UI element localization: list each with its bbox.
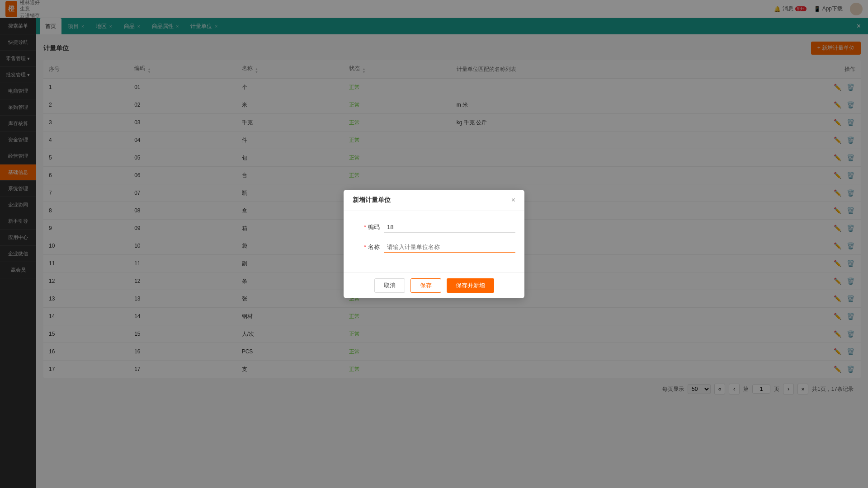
modal-title: 新增计量单位: [353, 196, 391, 204]
save-and-new-button[interactable]: 保存并新增: [447, 278, 494, 293]
modal-overlay: 新增计量单位 × *编码 *名称 取消 保存 保存并新增: [0, 0, 868, 488]
modal-header: 新增计量单位 ×: [344, 190, 524, 211]
name-input[interactable]: [384, 242, 515, 253]
save-button[interactable]: 保存: [410, 278, 441, 293]
modal-footer: 取消 保存 保存并新增: [344, 272, 524, 298]
modal-body: *编码 *名称: [344, 211, 524, 272]
code-input[interactable]: [384, 222, 515, 233]
form-row-code: *编码: [353, 222, 515, 233]
form-row-name: *名称: [353, 242, 515, 253]
code-label: *编码: [353, 223, 380, 231]
cancel-button[interactable]: 取消: [374, 278, 405, 293]
add-unit-modal: 新增计量单位 × *编码 *名称 取消 保存 保存并新增: [344, 190, 524, 298]
modal-close-button[interactable]: ×: [511, 196, 515, 204]
name-label: *名称: [353, 243, 380, 251]
